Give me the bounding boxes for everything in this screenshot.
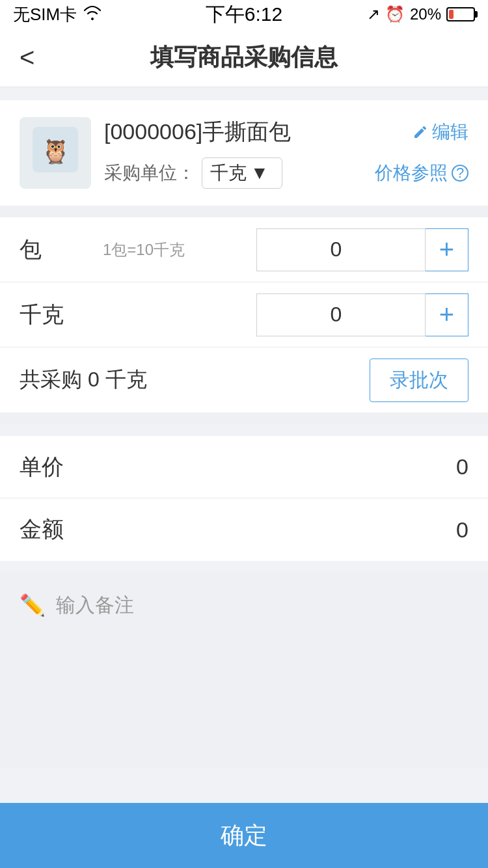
unit-dropdown[interactable]: 千克 ▼	[202, 157, 282, 189]
price-ref-help-icon: ?	[452, 165, 468, 182]
price-ref-label: 价格参照	[375, 161, 448, 185]
notes-placeholder: 输入备注	[56, 592, 134, 619]
bag-input-row: 包 1包=10千克 +	[0, 217, 488, 282]
notes-section[interactable]: ✏️ 输入备注	[0, 573, 488, 638]
status-bar: 无SIM卡 下午6:12 ↗ ⏰ 20%	[0, 0, 488, 29]
edit-icon	[413, 124, 428, 140]
summary-row: 共采购 0 千克 录批次	[0, 347, 488, 413]
back-button[interactable]: <	[20, 36, 47, 79]
summary-text: 共采购 0 千克	[20, 366, 147, 394]
carrier-text: 无SIM卡	[13, 3, 77, 26]
amount-label: 金额	[20, 515, 64, 545]
status-time: 下午6:12	[206, 1, 282, 28]
status-left: 无SIM卡	[13, 3, 102, 26]
unit-price-row: 单价 0	[0, 436, 488, 498]
kg-plus-button[interactable]: +	[426, 293, 468, 336]
unit-value: 千克	[210, 161, 247, 185]
status-right: ↗ ⏰ 20%	[367, 5, 475, 23]
unit-price-label: 单价	[20, 452, 64, 482]
price-section: 单价 0 金额 0	[0, 436, 488, 561]
divider-2	[0, 413, 488, 424]
plus-icon: +	[439, 235, 454, 264]
product-name: [0000006]手撕面包	[104, 117, 291, 147]
bag-input[interactable]	[256, 228, 426, 271]
battery-fill	[449, 10, 454, 19]
nav-bar: < 填写商品采购信息	[0, 29, 488, 87]
page-title: 填写商品采购信息	[150, 42, 338, 74]
pencil-icon: ✏️	[20, 593, 46, 617]
unit-price-value: 0	[456, 454, 468, 480]
battery-icon	[446, 7, 475, 21]
batch-button[interactable]: 录批次	[370, 359, 468, 402]
wifi-icon	[83, 5, 102, 25]
dropdown-arrow-icon: ▼	[251, 163, 269, 183]
product-info: [0000006]手撕面包 编辑 采购单位： 千克 ▼ 价格参照 ?	[104, 117, 468, 189]
amount-value: 0	[456, 517, 468, 543]
kg-plus-icon: +	[439, 300, 454, 329]
edit-button[interactable]: 编辑	[413, 120, 468, 144]
svg-text:🦉: 🦉	[41, 137, 70, 165]
kg-input[interactable]	[256, 293, 426, 336]
purchase-unit-label: 采购单位：	[104, 161, 195, 185]
confirm-label: 确定	[221, 820, 267, 852]
kg-input-wrap: +	[98, 293, 468, 336]
divider-1	[0, 206, 488, 217]
product-logo: 🦉	[33, 127, 78, 180]
product-name-row: [0000006]手撕面包 编辑	[104, 117, 468, 147]
amount-row: 金额 0	[0, 498, 488, 561]
confirm-button[interactable]: 确定	[0, 803, 488, 868]
product-thumbnail: 🦉	[20, 117, 91, 189]
price-reference-button[interactable]: 价格参照 ?	[375, 161, 468, 185]
product-card: 🦉 [0000006]手撕面包 编辑 采购单位： 千克 ▼ 价格参照	[0, 100, 488, 206]
location-icon: ↗	[367, 5, 380, 23]
kg-input-row: 千克 +	[0, 282, 488, 347]
battery-percentage: 20%	[410, 5, 441, 23]
content-spacer	[0, 638, 488, 768]
alarm-icon: ⏰	[385, 5, 405, 23]
input-section: 包 1包=10千克 + 千克 +	[0, 217, 488, 347]
edit-label: 编辑	[432, 120, 468, 144]
purchase-unit-row: 采购单位： 千克 ▼ 价格参照 ?	[104, 157, 468, 189]
bag-label: 包	[20, 235, 98, 265]
bag-input-wrap: +	[185, 228, 468, 271]
kg-label: 千克	[20, 300, 98, 330]
bag-sublabel: 1包=10千克	[103, 239, 185, 260]
bag-plus-button[interactable]: +	[426, 228, 468, 271]
